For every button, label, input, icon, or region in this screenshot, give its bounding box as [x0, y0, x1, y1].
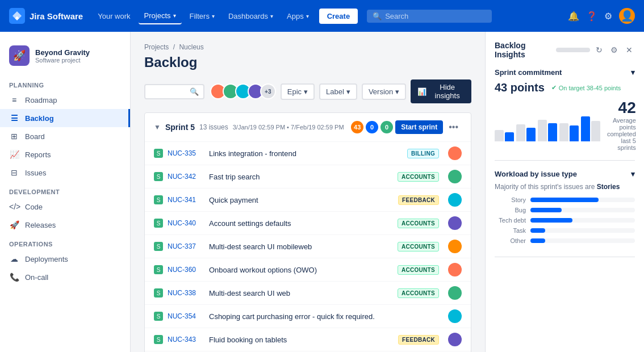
sidebar-item-roadmap[interactable]: ≡ Roadmap	[0, 91, 130, 109]
workload-card: Workload by issue type ▾ Majority of thi…	[495, 170, 635, 257]
bar-4	[559, 123, 568, 141]
insights-title: Backlog Insights	[495, 41, 553, 59]
issue-key[interactable]: NUC-343	[168, 336, 204, 343]
issue-title: Links integration - frontend	[209, 149, 403, 158]
sidebar-item-code[interactable]: </> Code	[0, 198, 130, 216]
sidebar-item-label: Board	[25, 132, 45, 141]
settings-icon[interactable]: ⚙	[604, 11, 612, 22]
issue-assignee-avatar	[448, 146, 462, 160]
sprint-5-badge-inprog: 0	[366, 121, 378, 133]
issue-search-box[interactable]: 🔍	[144, 84, 204, 99]
issue-row[interactable]: S NUC-343 Fluid booking on tablets FEEDB…	[145, 328, 471, 351]
issue-assignee-avatar	[448, 333, 462, 346]
sprint-5-badges: 43 0 0 Start sprint •••	[351, 120, 462, 135]
avatar-more[interactable]: +3	[260, 83, 276, 99]
sprint-points: 43 points	[495, 81, 545, 94]
filter-icon[interactable]: ⚙	[608, 44, 620, 56]
issue-assignee-avatar	[448, 193, 462, 207]
bar-1b	[505, 132, 514, 141]
issue-assignee-avatar	[448, 170, 462, 183]
sidebar-item-backlog[interactable]: ☰ Backlog	[0, 109, 130, 127]
issue-key[interactable]: NUC-337	[168, 242, 204, 250]
sprint-5-section: ▼ Sprint 5 13 issues 3/Jan/19 02:59 PM •…	[144, 112, 471, 352]
content-area: Projects / Nucleus Backlog 🔍 +3	[131, 32, 485, 352]
create-button[interactable]: Create	[319, 9, 358, 24]
search-bar[interactable]: 🔍	[367, 10, 492, 23]
issue-title: Multi-dest search UI web	[209, 289, 393, 297]
issue-key[interactable]: NUC-360	[168, 266, 204, 274]
issue-row[interactable]: S NUC-342 Fast trip search ACCOUNTS	[145, 165, 471, 188]
issue-label-accounts: ACCOUNTS	[398, 288, 439, 298]
workload-row-bug: Bug	[495, 207, 635, 213]
issue-label-accounts: ACCOUNTS	[398, 242, 439, 252]
workload-bar-task	[530, 228, 545, 233]
board-icon: ⊞	[9, 132, 19, 141]
search-input[interactable]	[385, 12, 486, 20]
search-icon: 🔍	[373, 12, 382, 20]
bar-4b	[570, 125, 579, 141]
issue-key[interactable]: NUC-341	[168, 196, 204, 204]
search-icon: 🔍	[190, 87, 199, 96]
help-icon[interactable]: ❓	[586, 11, 597, 22]
nav-menu: Your work Projects ▾ Filters ▾ Dashboard…	[92, 8, 314, 24]
epic-filter[interactable]: Epic ▾	[281, 83, 315, 100]
issue-row[interactable]: S NUC-337 Multi-dest search UI mobileweb…	[145, 235, 471, 258]
nav-projects[interactable]: Projects ▾	[139, 8, 182, 24]
nav-filters[interactable]: Filters ▾	[184, 8, 220, 24]
issue-row[interactable]: S NUC-335 Links integration - frontend B…	[145, 142, 471, 165]
sidebar-item-deployments[interactable]: ☁ Deployments	[0, 250, 130, 268]
issue-key[interactable]: NUC-342	[168, 173, 204, 181]
sidebar-item-oncall[interactable]: 📞 On-call	[0, 268, 130, 286]
workload-label-bug: Bug	[495, 207, 526, 213]
issue-key[interactable]: NUC-340	[168, 219, 204, 227]
sprint-5-toggle[interactable]: ▼	[154, 123, 161, 131]
user-avatar[interactable]: 👤	[619, 8, 635, 24]
notifications-icon[interactable]: 🔔	[568, 11, 579, 22]
avg-points: 42 Average pointscompleted last 5 sprint…	[607, 99, 636, 151]
chevron-down-icon: ▾	[631, 68, 635, 77]
breadcrumb-projects[interactable]: Projects	[144, 43, 169, 51]
issue-key[interactable]: NUC-335	[168, 149, 204, 157]
sidebar-item-label: On-call	[25, 273, 48, 282]
issue-row[interactable]: S NUC-340 Account settings defaults ACCO…	[145, 212, 471, 235]
issue-row[interactable]: S NUC-360 Onboard workout options (OWO) …	[145, 258, 471, 282]
issue-row[interactable]: S NUC-354 Cshoping cart purchasing error…	[145, 305, 471, 328]
bar-1	[495, 130, 504, 141]
issue-label-feedback: FEEDBACK	[398, 195, 439, 205]
sprint-5-more-icon[interactable]: •••	[445, 120, 462, 135]
sidebar-item-releases[interactable]: 🚀 Releases	[0, 216, 130, 234]
sidebar-item-board[interactable]: ⊞ Board	[0, 127, 130, 145]
issue-search-input[interactable]	[150, 87, 190, 96]
issue-type-story-icon: S	[154, 265, 163, 274]
workload-label-other: Other	[495, 237, 526, 244]
oncall-icon: 📞	[9, 273, 19, 282]
chevron-down-icon: ▾	[173, 12, 176, 19]
breadcrumb-nucleus[interactable]: Nucleus	[179, 43, 203, 51]
sidebar-item-issues[interactable]: ⊟ Issues	[0, 164, 130, 182]
nav-dashboards[interactable]: Dashboards ▾	[223, 8, 279, 24]
label-filter[interactable]: Label ▾	[319, 83, 357, 100]
workload-highlight: Stories	[597, 183, 620, 191]
refresh-icon[interactable]: ↻	[593, 44, 605, 56]
close-icon[interactable]: ✕	[624, 44, 635, 56]
bar-3b	[548, 123, 557, 141]
issue-key[interactable]: NUC-338	[168, 289, 204, 297]
nav-apps[interactable]: Apps ▾	[281, 8, 315, 24]
hide-insights-button[interactable]: 📊 Hide insights	[411, 79, 471, 103]
project-icon: 🚀	[9, 45, 30, 66]
issue-row[interactable]: S NUC-338 Multi-dest search UI web ACCOU…	[145, 282, 471, 305]
issue-type-story-icon: S	[154, 219, 163, 228]
version-filter[interactable]: Version ▾	[362, 83, 406, 100]
start-sprint-button[interactable]: Start sprint	[395, 120, 443, 134]
logo[interactable]: Jira Software	[9, 8, 83, 24]
nav-your-work[interactable]: Your work	[92, 8, 136, 24]
sidebar-item-label: Reports	[25, 150, 51, 159]
workload-bar-bg-techdebt	[530, 218, 635, 223]
sidebar-item-reports[interactable]: 📈 Reports	[0, 145, 130, 164]
issue-label-accounts: ACCOUNTS	[398, 265, 439, 275]
issue-row[interactable]: S NUC-341 Quick payment FEEDBACK	[145, 188, 471, 212]
issue-label-feedback: FEEDBACK	[398, 335, 439, 345]
avatar-group: +3	[214, 83, 276, 99]
issue-key[interactable]: NUC-354	[168, 312, 204, 320]
sidebar-item-label: Releases	[25, 221, 56, 229]
